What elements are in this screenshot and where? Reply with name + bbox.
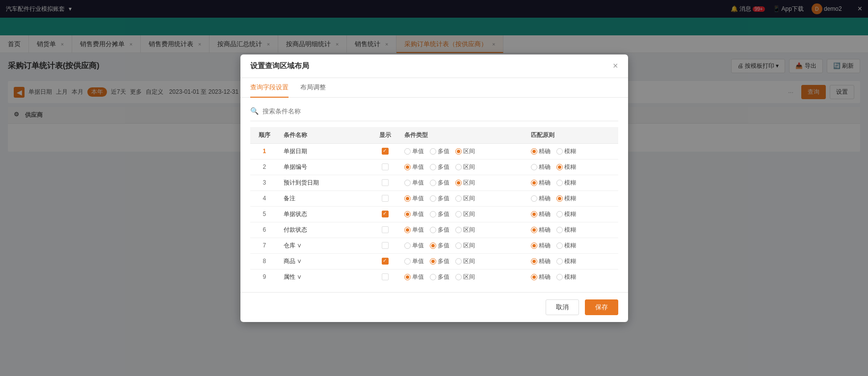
type-radio-multi[interactable]: 多值	[430, 147, 449, 156]
row-order: 1	[250, 143, 279, 158]
radio-label-range: 区间	[463, 147, 475, 156]
row-type: 单值多值区间	[399, 143, 526, 158]
row-match: 精确模糊	[526, 143, 618, 158]
modal-close-button[interactable]: ×	[613, 61, 618, 70]
row-display[interactable]	[371, 143, 400, 158]
th-order: 顺序	[250, 127, 279, 144]
fields-table-body: 1单据日期单值多值区间精确模糊2单据编号单值多值区间精确模糊3预计到货日期单值多…	[250, 143, 618, 158]
modal-overlay: 设置查询区域布局 × 查询字段设置 布局调整 🔍	[0, 0, 868, 158]
modal-tab-layout-label: 布局调整	[300, 83, 326, 91]
modal-tab-query-fields[interactable]: 查询字段设置	[250, 78, 289, 98]
modal-body: 🔍 顺序 条件名称 显示 条件类型 匹配原则	[240, 98, 628, 158]
match-dot-fuzzy	[556, 148, 563, 155]
type-radio-single[interactable]: 单值	[404, 147, 424, 156]
modal-tab-query-fields-label: 查询字段设置	[250, 83, 289, 91]
search-box: 🔍	[250, 106, 618, 121]
match-radio-exact[interactable]: 精确	[531, 147, 551, 156]
settings-modal: 设置查询区域布局 × 查询字段设置 布局调整 🔍	[240, 54, 628, 158]
th-match: 匹配原则	[526, 127, 618, 144]
radio-dot-multi	[430, 148, 436, 155]
fields-table: 顺序 条件名称 显示 条件类型 匹配原则 1单据日期单值多值区间精确模糊2单据编…	[250, 127, 618, 158]
fields-table-header-row: 顺序 条件名称 显示 条件类型 匹配原则	[250, 127, 618, 144]
th-name: 条件名称	[279, 127, 371, 144]
radio-label-single: 单值	[412, 147, 424, 156]
match-label-exact: 精确	[539, 147, 551, 156]
modal-title: 设置查询区域布局	[250, 61, 309, 71]
match-label-fuzzy: 模糊	[564, 147, 576, 156]
match-radio-fuzzy[interactable]: 模糊	[556, 147, 576, 156]
table-row: 1单据日期单值多值区间精确模糊	[250, 143, 618, 158]
radio-dot-range	[455, 148, 462, 155]
th-type: 条件类型	[399, 127, 526, 144]
fields-table-scroll: 顺序 条件名称 显示 条件类型 匹配原则 1单据日期单值多值区间精确模糊2单据编…	[250, 127, 618, 158]
display-checkbox[interactable]	[382, 148, 389, 155]
th-display: 显示	[371, 127, 400, 144]
modal-tab-layout[interactable]: 布局调整	[300, 78, 326, 98]
match-dot-exact	[531, 148, 537, 155]
fields-table-head: 顺序 条件名称 显示 条件类型 匹配原则	[250, 127, 618, 144]
radio-dot-single	[404, 148, 411, 155]
type-radio-range[interactable]: 区间	[455, 147, 475, 156]
row-name: 单据日期	[279, 143, 371, 158]
search-icon: 🔍	[250, 107, 259, 115]
modal-tab-bar: 查询字段设置 布局调整	[240, 78, 628, 98]
search-input[interactable]	[259, 106, 367, 117]
radio-label-multi: 多值	[438, 147, 449, 156]
modal-header: 设置查询区域布局 ×	[240, 54, 628, 78]
